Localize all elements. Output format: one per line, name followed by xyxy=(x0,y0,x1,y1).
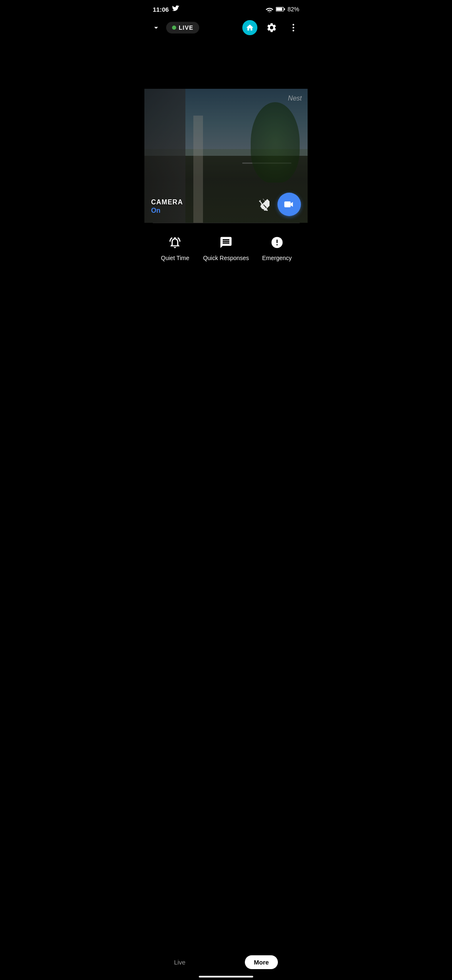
status-left: 11:06 xyxy=(153,5,180,13)
home-icon-circle xyxy=(242,20,257,35)
svg-rect-2 xyxy=(284,8,285,10)
battery-level: 82% xyxy=(288,6,299,13)
emergency-icon xyxy=(270,235,285,250)
quiet-time-label: Quiet Time xyxy=(161,254,190,262)
camera-status: On xyxy=(151,207,183,214)
camera-info: CAMERA On xyxy=(151,199,183,214)
svg-rect-1 xyxy=(276,8,282,10)
twitter-icon xyxy=(172,5,180,13)
live-label: LIVE xyxy=(179,24,193,31)
camera-view: Nest CAMERA On xyxy=(144,89,308,223)
battery-icon xyxy=(276,6,285,12)
top-bar: LIVE xyxy=(144,17,308,39)
status-time: 11:06 xyxy=(153,6,169,13)
wifi-icon xyxy=(266,6,273,12)
quick-responses-label: Quick Responses xyxy=(203,254,249,262)
svg-rect-6 xyxy=(284,201,290,207)
chat-icon xyxy=(218,235,234,250)
svg-point-3 xyxy=(293,24,294,26)
top-bar-actions xyxy=(242,20,301,35)
emergency-action[interactable]: Emergency xyxy=(260,235,294,262)
home-icon-button[interactable] xyxy=(242,20,257,35)
status-bar: 11:06 82% xyxy=(144,0,308,17)
status-right: 82% xyxy=(266,6,299,13)
settings-button[interactable] xyxy=(264,20,279,35)
camera-controls xyxy=(256,193,301,216)
more-options-button[interactable] xyxy=(286,20,301,35)
collapse-button[interactable] xyxy=(151,23,161,33)
camera-label: CAMERA xyxy=(151,199,183,206)
quick-responses-action[interactable]: Quick Responses xyxy=(203,235,249,262)
black-space xyxy=(144,39,308,89)
live-indicator xyxy=(172,26,176,30)
quiet-time-action[interactable]: Quiet Time xyxy=(158,235,192,262)
video-call-button[interactable] xyxy=(277,193,301,216)
nest-watermark: Nest xyxy=(288,95,302,102)
mute-button[interactable] xyxy=(256,196,273,213)
svg-point-4 xyxy=(293,27,294,28)
emergency-label: Emergency xyxy=(262,254,292,262)
svg-point-5 xyxy=(293,30,294,31)
bell-snooze-icon xyxy=(167,235,182,250)
actions-row: Quiet Time Quick Responses Emergency xyxy=(144,223,308,272)
live-badge[interactable]: LIVE xyxy=(166,22,199,34)
